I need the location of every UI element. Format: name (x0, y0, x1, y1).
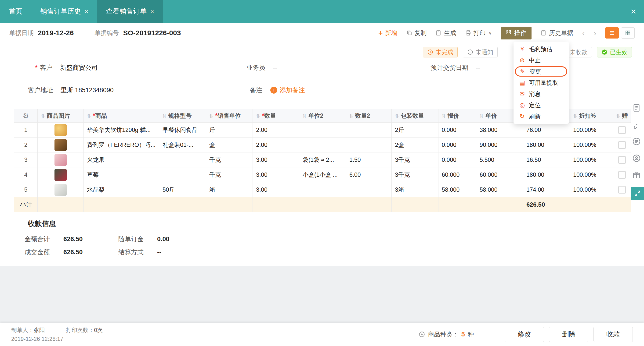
sort-icon[interactable]: ⇅ (442, 114, 446, 119)
cell-amount: 16.50 (523, 153, 570, 168)
gift-checkbox[interactable] (618, 186, 626, 193)
cell-quote: 58.000 (438, 182, 476, 197)
col-header-settings[interactable]: ⚙ (14, 109, 38, 123)
gift-checkbox[interactable] (618, 156, 626, 164)
sort-icon[interactable]: ⇅ (256, 114, 260, 119)
user-circle-icon[interactable] (631, 153, 642, 164)
sort-icon[interactable]: ⇅ (349, 114, 353, 119)
delete-button[interactable]: 删除 (549, 327, 588, 342)
cell-pkg: 3箱 (392, 182, 438, 197)
sort-icon[interactable]: ⇅ (395, 114, 399, 119)
tab-label: 查看销售订单 (106, 7, 146, 16)
cell-unit2 (299, 123, 346, 138)
grid-icon (506, 29, 512, 37)
view-toggle (605, 27, 635, 38)
product-image[interactable] (54, 154, 67, 166)
sort-icon[interactable]: ⇅ (302, 114, 306, 119)
tab-view-sales-order[interactable]: 查看销售订单 × (97, 0, 163, 23)
close-tab-icon[interactable]: × (85, 8, 88, 15)
cell-qty: 3.00 (253, 153, 299, 168)
menu-item-profit-estimate[interactable]: ¥ 毛利预估 (514, 43, 569, 55)
gift-checkbox[interactable] (618, 141, 626, 149)
col-header-spec[interactable]: ⇅规格型号 (159, 109, 206, 123)
menu-item-message[interactable]: ✉ 消息 (514, 88, 569, 99)
col-header-unit[interactable]: ⇅*销售单位 (206, 109, 253, 123)
product-image[interactable] (54, 169, 67, 181)
cell-quote: 60.000 (438, 168, 476, 182)
doc-no-value: SO-20191226-003 (123, 29, 181, 37)
product-image[interactable] (54, 184, 67, 196)
required-asterisk: * (35, 64, 38, 71)
col-header-product[interactable]: ⇅*商品 (84, 109, 159, 123)
link-icon[interactable] (631, 120, 642, 130)
grid-view-button[interactable] (621, 27, 635, 38)
cell-price: 60.000 (476, 168, 523, 182)
history-button[interactable]: 历史单据 (540, 29, 573, 37)
cell-qty2: 1.50 (346, 153, 392, 168)
menu-item-refresh[interactable]: ↻ 刷新 (514, 111, 569, 122)
modify-button[interactable]: 修改 (505, 327, 544, 342)
col-header-image[interactable]: ⇅商品图片 (38, 109, 84, 123)
cell-unit2: 袋(1袋 ≈ 2... (299, 153, 346, 168)
copy-button[interactable]: 复制 (406, 29, 427, 37)
sort-icon[interactable]: ⇅ (573, 114, 577, 119)
col-header-gift[interactable]: ⇅赠 (613, 109, 631, 123)
tab-home[interactable]: 首页 (0, 0, 31, 23)
col-header-discount[interactable]: ⇅折扣% (570, 109, 613, 123)
tab-sales-order-history[interactable]: 销售订单历史 × (31, 0, 97, 23)
col-header-qty[interactable]: ⇅*数量 (253, 109, 299, 123)
col-header-unit2[interactable]: ⇅单位2 (299, 109, 346, 123)
generate-icon (436, 30, 442, 36)
product-image[interactable] (54, 124, 67, 136)
document-edit-icon[interactable] (631, 103, 642, 113)
gift-checkbox[interactable] (618, 171, 626, 178)
window-close-icon[interactable]: × (623, 0, 644, 23)
list-circle-icon[interactable] (631, 136, 642, 147)
next-record-icon[interactable]: › (594, 29, 596, 37)
fullscreen-icon[interactable] (631, 187, 644, 200)
product-image[interactable] (54, 139, 67, 151)
cell-product: 草莓 (84, 168, 159, 182)
sort-icon[interactable]: ⇅ (87, 114, 91, 119)
sort-icon[interactable]: ⇅ (209, 114, 213, 119)
cell-unit2: 小盒(1小盒 ... (299, 168, 346, 182)
sort-icon[interactable]: ⇅ (616, 114, 620, 119)
app-window: 首页 销售订单历史 × 查看销售订单 × × 单据日期 2019-12-26 单… (0, 0, 644, 346)
cell-product: 水晶梨 (84, 182, 159, 197)
kinds-count: 5 (461, 331, 465, 338)
add-remark-link[interactable]: + 添加备注 (270, 86, 305, 94)
sort-icon[interactable]: ⇅ (480, 114, 484, 119)
gift-checkbox[interactable] (618, 126, 626, 134)
column-settings-gear-icon[interactable]: ⚙ (23, 112, 29, 120)
col-header-quote[interactable]: ⇅报价 (438, 109, 476, 123)
print-button[interactable]: 打印 ∨ (465, 29, 492, 37)
cell-pkg: 2斤 (392, 123, 438, 138)
generate-button[interactable]: 生成 (436, 29, 456, 37)
cell-qty2 (346, 138, 392, 153)
cell-pkg: 3千克 (392, 153, 438, 168)
doc-date-label: 单据日期 (9, 29, 34, 37)
col-header-pkg[interactable]: ⇅包装数量 (392, 109, 438, 123)
cell-unit2 (299, 138, 346, 153)
customer-address-value: 里斯 18512348090 (60, 86, 114, 94)
salesman-value: -- (273, 64, 277, 71)
menu-item-locate[interactable]: ◎ 定位 (514, 99, 569, 111)
sort-icon[interactable]: ⇅ (162, 114, 166, 119)
cell-discount: 100.00% (570, 182, 613, 197)
list-view-button[interactable] (605, 27, 619, 38)
close-tab-icon[interactable]: × (150, 8, 154, 15)
sort-icon[interactable]: ⇅ (41, 114, 45, 119)
subtotal-amount: 626.50 (523, 197, 570, 212)
status-badge-not-notified: 未通知 (463, 47, 498, 57)
package-icon[interactable] (631, 170, 642, 180)
menu-item-change[interactable]: ✎ 变更 (515, 66, 567, 77)
add-button[interactable]: + 新增 (378, 29, 397, 37)
receive-payment-button[interactable]: 收款 (594, 327, 633, 342)
prev-record-icon[interactable]: ‹ (582, 29, 584, 37)
operate-dropdown-menu: ¥ 毛利预估 ⊘ 中止 ✎ 变更 ▤ 可用量提取 ✉ 消息 ◎ 定位 ↻ 刷新 (514, 41, 569, 124)
menu-item-abort[interactable]: ⊘ 中止 (514, 55, 569, 66)
menu-item-available-extract[interactable]: ▤ 可用量提取 (514, 77, 569, 88)
operate-button[interactable]: 操作 (501, 27, 532, 39)
payment-info-title: 收款信息 (28, 219, 56, 229)
col-header-qty2[interactable]: ⇅数量2 (346, 109, 392, 123)
